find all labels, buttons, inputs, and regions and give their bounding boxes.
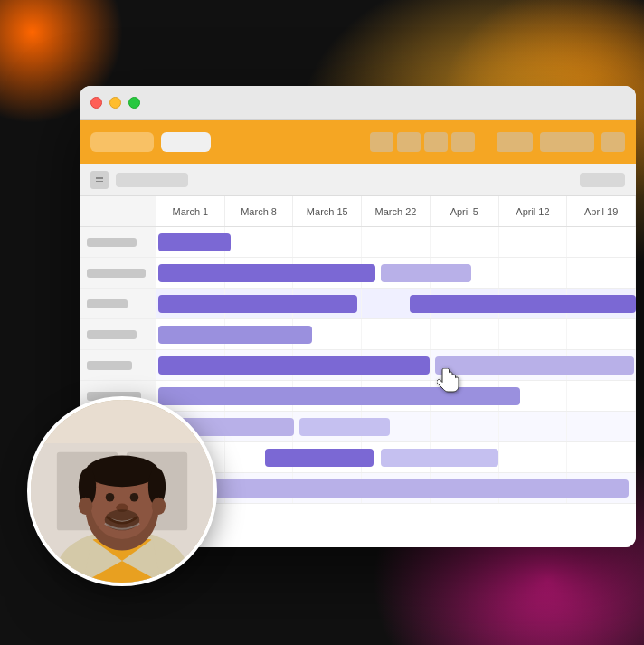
gantt-row-2[interactable] <box>156 258 636 289</box>
secondary-toolbar <box>80 164 636 196</box>
sidebar-row-3[interactable] <box>80 289 156 319</box>
row-label <box>87 330 137 339</box>
title-bar <box>80 86 636 120</box>
cell <box>567 227 636 257</box>
cell <box>499 258 568 288</box>
cell <box>499 319 568 349</box>
sidebar-row-4[interactable] <box>80 319 156 350</box>
toolbar-square-btn-2[interactable] <box>397 132 421 152</box>
gantt-bar[interactable] <box>381 264 471 282</box>
cell <box>431 412 499 441</box>
gantt-row-5[interactable] <box>156 350 636 381</box>
cell <box>431 227 499 257</box>
svg-point-10 <box>130 493 139 502</box>
cell <box>293 227 362 257</box>
sidebar-row-5[interactable] <box>80 350 156 381</box>
svg-point-17 <box>152 498 166 515</box>
date-header: March 1 March 8 March 15 March 22 April … <box>156 196 636 227</box>
gantt-row-8[interactable] <box>156 442 636 473</box>
gantt-bar[interactable] <box>410 295 636 313</box>
toolbar-square-btn-5[interactable] <box>601 132 625 152</box>
gantt-row-3[interactable] <box>156 289 636 319</box>
filter-search-bar[interactable] <box>116 173 188 187</box>
svg-point-9 <box>106 493 115 502</box>
gantt-bar[interactable] <box>299 418 390 436</box>
cell <box>499 227 568 257</box>
row-label <box>87 238 137 247</box>
date-col-4: March 22 <box>362 196 431 226</box>
gantt-bar[interactable] <box>158 387 520 405</box>
date-col-7: April 19 <box>567 196 636 226</box>
cell <box>362 319 431 349</box>
gantt-bar[interactable] <box>435 356 634 375</box>
cell <box>431 319 499 349</box>
svg-point-13 <box>86 456 159 488</box>
date-stepper[interactable] <box>90 171 109 189</box>
cell <box>567 442 636 472</box>
toolbar-square-btn-3[interactable] <box>424 132 448 152</box>
gantt-bar[interactable] <box>158 356 430 375</box>
svg-point-16 <box>79 498 92 515</box>
profile-photo <box>27 396 217 586</box>
gantt-bar[interactable] <box>158 295 357 313</box>
toolbar-rect-btn-1[interactable] <box>497 132 533 152</box>
toolbar-tab-active[interactable] <box>161 132 211 152</box>
minimize-button[interactable] <box>109 97 121 109</box>
sidebar-row-1[interactable] <box>80 227 156 258</box>
secondary-btn-1[interactable] <box>580 173 625 187</box>
gantt-bar[interactable] <box>158 233 231 251</box>
toolbar-button-group <box>370 132 475 152</box>
toolbar-tab-inactive[interactable] <box>90 132 154 152</box>
cell <box>499 412 568 441</box>
maximize-button[interactable] <box>128 97 140 109</box>
cell <box>567 319 636 349</box>
gantt-row-9[interactable] <box>156 473 636 504</box>
date-col-5: April 5 <box>431 196 499 226</box>
date-col-2: March 8 <box>225 196 294 226</box>
sidebar-row-2[interactable] <box>80 258 156 289</box>
gantt-sidebar-header <box>80 196 156 227</box>
toolbar-square-btn-1[interactable] <box>370 132 393 152</box>
gantt-row-1[interactable] <box>156 227 636 258</box>
person-avatar <box>31 400 213 583</box>
gantt-bar[interactable] <box>265 449 374 467</box>
cell <box>567 258 636 288</box>
cell <box>567 381 636 411</box>
gantt-row-7[interactable] <box>156 412 636 442</box>
cell <box>567 412 636 441</box>
gantt-row-4[interactable] <box>156 319 636 350</box>
gantt-row-6[interactable] <box>156 381 636 412</box>
cell <box>499 442 568 472</box>
gantt-bar[interactable] <box>158 479 629 498</box>
row-label <box>87 299 128 308</box>
date-col-6: April 12 <box>499 196 568 226</box>
gantt-main: March 1 March 8 March 15 March 22 April … <box>156 196 636 547</box>
row-label <box>87 269 146 278</box>
main-toolbar <box>80 120 636 164</box>
toolbar-square-btn-4[interactable] <box>451 132 475 152</box>
gantt-rows <box>156 227 636 504</box>
row-label <box>87 361 132 370</box>
gantt-bar[interactable] <box>158 264 375 282</box>
gantt-bar[interactable] <box>381 449 498 467</box>
cell <box>225 227 294 257</box>
cell <box>362 227 431 257</box>
date-col-1: March 1 <box>156 196 225 226</box>
gantt-bar[interactable] <box>158 326 312 344</box>
toolbar-rect-btn-2[interactable] <box>540 132 594 152</box>
close-button[interactable] <box>90 97 102 109</box>
date-col-3: March 15 <box>293 196 362 226</box>
